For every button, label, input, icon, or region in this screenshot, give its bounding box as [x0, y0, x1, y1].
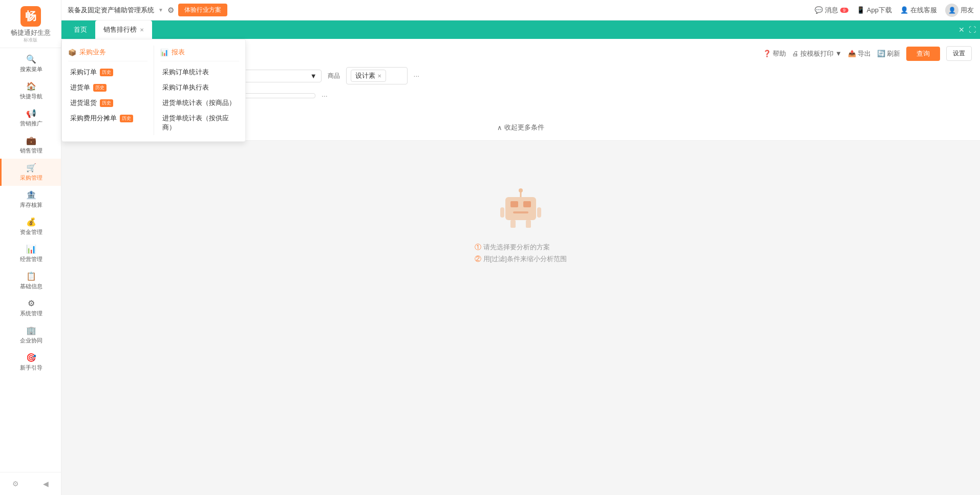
- goods-label: 商品: [328, 72, 340, 80]
- purchase-order-hist: 历史: [100, 69, 113, 76]
- export-button[interactable]: 📤 导出: [848, 49, 871, 58]
- help-icon: ❓: [763, 50, 771, 57]
- purchase-col-header: 📦 采购业务: [68, 46, 147, 61]
- finance-label: 资金管理: [20, 228, 42, 236]
- purchase-order-item[interactable]: 采购订单 历史: [68, 64, 147, 80]
- sidebar-item-purchase[interactable]: 🛒采购管理: [0, 159, 61, 186]
- svg-rect-3: [513, 211, 528, 213]
- topbar-right: 💬 消息 9 📱 App下载 👤 在线客服 👤 用友: [815, 4, 974, 17]
- empty-icon: [490, 182, 551, 233]
- sidebar-collapse-btn[interactable]: ◀: [41, 478, 51, 490]
- report-col-icon: 📊: [160, 49, 168, 56]
- svg-rect-1: [510, 201, 518, 207]
- sidebar-item-search[interactable]: 🔍搜索菜单: [0, 50, 61, 77]
- report-col: 📊 报表 采购订单统计表 采购订单执行表 进货单统计表（按商品） 进货单统计表（…: [154, 46, 246, 135]
- sidebar-item-operations[interactable]: 📊经营管理: [0, 240, 61, 267]
- sidebar: 畅 畅捷通好生意 标准版 🔍搜索菜单🏠快捷导航📢营销推广💼销售管理🛒采购管理🏦库…: [0, 0, 61, 495]
- system-title: 装备及固定资产辅助管理系统: [68, 6, 154, 15]
- system-icon: ⚙: [28, 298, 35, 308]
- purchase-col: 📦 采购业务 采购订单 历史 进货单 历史 进货退货 历史 采购费用分摊单 历史: [62, 46, 154, 135]
- quick-nav-icon: 🏠: [26, 81, 36, 91]
- sidebar-item-quick-nav[interactable]: 🏠快捷导航: [0, 77, 61, 104]
- help-button[interactable]: ❓ 帮助: [763, 49, 786, 58]
- row1-ellipsis[interactable]: ···: [414, 72, 420, 80]
- sidebar-item-sales[interactable]: 💼销售管理: [0, 132, 61, 159]
- tab-sales-rank[interactable]: 销售排行榜 ✕: [95, 20, 152, 39]
- hint1-text: 请先选择要分析的方案: [483, 243, 550, 251]
- filter-settings-button[interactable]: 设置: [946, 46, 972, 61]
- row2-ellipsis[interactable]: ···: [322, 92, 328, 100]
- system-dropdown-arrow: ▼: [158, 7, 163, 13]
- app-logo-text: 畅捷通好生意 标准版: [11, 29, 51, 44]
- search-label: 搜索菜单: [20, 66, 42, 73]
- query-button[interactable]: 查询: [906, 47, 940, 61]
- sidebar-settings-btn[interactable]: ⚙: [10, 478, 21, 490]
- tab-home-label: 首页: [74, 25, 87, 34]
- print-dropdown-arrow: ▼: [835, 50, 842, 57]
- topbar-message[interactable]: 💬 消息 9: [815, 6, 848, 15]
- purchase-expense-hist: 历史: [120, 115, 133, 122]
- purchase-col-title: 采购业务: [79, 48, 106, 57]
- print-button[interactable]: 🖨 按模板打印 ▼: [792, 49, 842, 58]
- quick-nav-label: 快捷导航: [20, 93, 42, 100]
- tab-home[interactable]: 首页: [66, 20, 95, 39]
- tab-close-btn[interactable]: ✕: [958, 26, 965, 34]
- sidebar-item-basic-info[interactable]: 📋基础信息: [0, 267, 61, 294]
- operations-icon: 📊: [26, 244, 36, 254]
- topbar-online-service[interactable]: 👤 在线客服: [900, 6, 937, 15]
- refresh-button[interactable]: 🔄 刷新: [877, 49, 900, 58]
- marketing-icon: 📢: [26, 109, 36, 118]
- purchase-expense-item[interactable]: 采购费用分摊单 历史: [68, 111, 147, 126]
- sidebar-footer: ⚙ ◀: [0, 472, 61, 495]
- doc-status-arrow: ▼: [310, 72, 317, 80]
- purchase-label: 采购管理: [20, 174, 42, 182]
- industry-solution-button[interactable]: 体验行业方案: [178, 4, 227, 16]
- topbar-app-download[interactable]: 📱 App下载: [857, 6, 892, 15]
- tabbar: 首页 销售排行榜 ✕ ✕ ⛶: [61, 20, 980, 39]
- sidebar-item-enterprise[interactable]: 🏢企业协同: [0, 321, 61, 349]
- purchase-icon: 🛒: [26, 163, 36, 173]
- inventory-icon: 🏦: [26, 190, 36, 200]
- topbar: 装备及固定资产辅助管理系统 ▼ ⚙ 体验行业方案 💬 消息 9 📱 App下载 …: [61, 0, 980, 20]
- refresh-icon: 🔄: [877, 50, 885, 57]
- sales-icon: 💼: [26, 136, 36, 145]
- goods-select[interactable]: 设计素 ✕: [346, 67, 408, 84]
- topbar-user[interactable]: 👤 用友: [945, 4, 974, 17]
- empty-state: ① 请先选择要分析的方案 ② 用[过滤]条件来缩小分析范围: [61, 141, 980, 306]
- topbar-settings-icon[interactable]: ⚙: [167, 6, 174, 15]
- report-col-title: 报表: [172, 48, 185, 57]
- sidebar-nav: 🔍搜索菜单🏠快捷导航📢营销推广💼销售管理🛒采购管理🏦库存核算💰资金管理📊经营管理…: [0, 48, 61, 472]
- svg-point-5: [519, 188, 523, 192]
- finance-icon: 💰: [26, 217, 36, 227]
- goods-tag-close[interactable]: ✕: [377, 73, 381, 79]
- incoming-order-item[interactable]: 进货单 历史: [68, 80, 147, 95]
- collapse-icon: ∧: [497, 124, 502, 132]
- tab-sales-rank-close[interactable]: ✕: [140, 27, 144, 33]
- svg-rect-2: [523, 201, 531, 207]
- tab-actions: ✕ ⛶: [958, 26, 976, 34]
- app-icon: 📱: [857, 6, 865, 14]
- return-goods-item[interactable]: 进货退货 历史: [68, 95, 147, 111]
- tab-sales-rank-label: 销售排行榜: [103, 25, 137, 34]
- system-title-dropdown[interactable]: ▼: [158, 7, 163, 13]
- app-logo-icon: 畅: [20, 6, 41, 27]
- purchase-order-stats-item[interactable]: 采购订单统计表: [160, 64, 240, 80]
- doc-status-select[interactable]: ▼: [240, 70, 322, 82]
- purchase-order-exec-item[interactable]: 采购订单执行表: [160, 80, 240, 95]
- sidebar-item-marketing[interactable]: 📢营销推广: [0, 104, 61, 132]
- sidebar-item-inventory[interactable]: 🏦库存核算: [0, 186, 61, 213]
- sidebar-item-system[interactable]: ⚙系统管理: [0, 294, 61, 321]
- incoming-order-hist: 历史: [93, 84, 106, 92]
- incoming-stats-goods-item[interactable]: 进货单统计表（按商品）: [160, 95, 240, 111]
- sidebar-item-guide[interactable]: 🎯新手引导: [0, 349, 61, 376]
- hint2-text: 用[过滤]条件来缩小分析范围: [483, 255, 567, 263]
- tab-expand-btn[interactable]: ⛶: [969, 26, 976, 34]
- guide-label: 新手引导: [20, 364, 42, 372]
- app-label: App下载: [867, 6, 892, 15]
- svg-rect-7: [537, 207, 541, 218]
- sidebar-item-finance[interactable]: 💰资金管理: [0, 213, 61, 240]
- incoming-stats-supplier-item[interactable]: 进货单统计表（按供应商）: [160, 111, 240, 135]
- service-label: 在线客服: [910, 6, 937, 15]
- system-label: 系统管理: [20, 310, 42, 317]
- guide-icon: 🎯: [26, 353, 36, 362]
